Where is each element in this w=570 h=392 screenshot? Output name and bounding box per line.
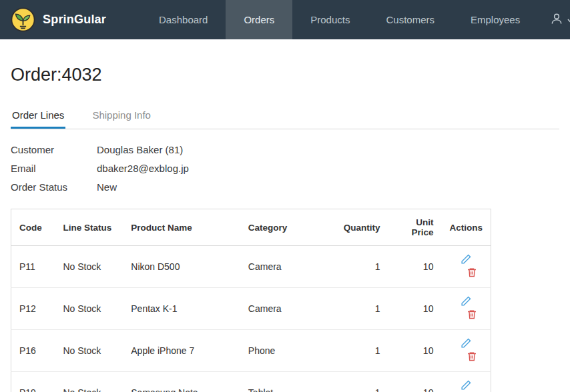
cell-product-name: Nikon D500 xyxy=(123,246,240,288)
cell-category: Tablet xyxy=(240,372,334,392)
edit-icon xyxy=(461,337,472,351)
nav-item-dashboard[interactable]: Dashboard xyxy=(141,0,226,39)
cell-line-status: No Stock xyxy=(55,246,123,288)
table-row: P12 No Stock Pentax K-1 Camera 1 10 xyxy=(11,288,491,330)
delete-icon xyxy=(467,309,477,322)
email-label: Email xyxy=(11,163,97,174)
cell-line-status: No Stock xyxy=(55,288,123,330)
header-product-name: Product Name xyxy=(123,209,240,246)
edit-icon xyxy=(461,295,472,309)
user-menu[interactable] xyxy=(538,0,570,39)
logo-icon xyxy=(11,7,35,32)
nav-item-employees[interactable]: Employees xyxy=(453,0,538,39)
cell-quantity: 1 xyxy=(334,372,388,392)
cell-category: Camera xyxy=(240,246,334,288)
cell-product-name: Samasung Note xyxy=(123,372,240,392)
cell-quantity: 1 xyxy=(334,246,388,288)
cell-code: P16 xyxy=(11,330,55,372)
cell-unit-price: 10 xyxy=(388,330,442,372)
email-value: dbaker28@exblog.jp xyxy=(97,163,189,174)
edit-button[interactable] xyxy=(461,337,472,351)
header-category: Category xyxy=(240,209,334,246)
header-code: Code xyxy=(11,209,55,246)
cell-product-name: Pentax K-1 xyxy=(123,288,240,330)
detail-row-customer: Customer Douglas Baker (81) xyxy=(11,144,559,155)
chevron-down-icon xyxy=(567,14,570,26)
cell-category: Phone xyxy=(240,330,334,372)
tab-order-lines[interactable]: Order Lines xyxy=(11,103,65,129)
order-status-value: New xyxy=(97,181,117,193)
edit-icon xyxy=(461,253,472,267)
main-nav: Dashboard Orders Products Customers Empl… xyxy=(141,0,538,39)
cell-unit-price: 10 xyxy=(388,288,442,330)
main-content: Order:4032 Order Lines Shipping Info Cus… xyxy=(0,65,570,392)
nav-item-customers[interactable]: Customers xyxy=(368,0,453,39)
header-unit-price: Unit Price xyxy=(388,209,442,246)
cell-category: Camera xyxy=(240,288,334,330)
delete-icon xyxy=(467,351,477,364)
delete-button[interactable] xyxy=(467,351,477,364)
brand-name: SprinGular xyxy=(43,13,106,27)
customer-label: Customer xyxy=(11,144,97,155)
edit-button[interactable] xyxy=(461,379,472,392)
cell-line-status: No Stock xyxy=(55,330,123,372)
order-status-label: Order Status xyxy=(11,181,97,193)
nav-item-orders[interactable]: Orders xyxy=(226,0,292,39)
cell-quantity: 1 xyxy=(334,330,388,372)
navbar: SprinGular Dashboard Orders Products Cus… xyxy=(0,0,570,39)
brand[interactable]: SprinGular xyxy=(0,0,121,39)
cell-code: P19 xyxy=(11,372,55,392)
table-row: P16 No Stock Apple iPhone 7 Phone 1 10 xyxy=(11,330,491,372)
header-actions: Actions xyxy=(441,209,491,246)
cell-product-name: Apple iPhone 7 xyxy=(123,330,240,372)
nav-item-products[interactable]: Products xyxy=(292,0,368,39)
edit-button[interactable] xyxy=(461,253,472,267)
edit-button[interactable] xyxy=(461,295,472,309)
page-title: Order:4032 xyxy=(11,65,559,85)
delete-button[interactable] xyxy=(467,267,477,280)
tab-bar: Order Lines Shipping Info xyxy=(11,103,559,129)
delete-button[interactable] xyxy=(467,309,477,322)
customer-value: Douglas Baker (81) xyxy=(97,144,183,155)
order-details: Customer Douglas Baker (81) Email dbaker… xyxy=(11,144,559,193)
table-row: P19 No Stock Samasung Note Tablet 1 10 xyxy=(11,372,491,392)
page: SprinGular Dashboard Orders Products Cus… xyxy=(0,0,570,392)
delete-icon xyxy=(467,267,477,280)
table-header-row: Code Line Status Product Name Category Q… xyxy=(11,209,491,246)
cell-line-status: No Stock xyxy=(55,372,123,392)
detail-row-order-status: Order Status New xyxy=(11,181,559,193)
cell-unit-price: 10 xyxy=(388,372,442,392)
cell-quantity: 1 xyxy=(334,288,388,330)
cell-unit-price: 10 xyxy=(388,246,442,288)
order-lines-table: Code Line Status Product Name Category Q… xyxy=(11,209,491,392)
user-icon xyxy=(550,12,563,28)
header-line-status: Line Status xyxy=(55,209,123,246)
cell-code: P11 xyxy=(11,246,55,288)
cell-code: P12 xyxy=(11,288,55,330)
tab-shipping-info[interactable]: Shipping Info xyxy=(91,103,152,129)
header-quantity: Quantity xyxy=(334,209,388,246)
detail-row-email: Email dbaker28@exblog.jp xyxy=(11,163,559,174)
table-row: P11 No Stock Nikon D500 Camera 1 10 xyxy=(11,246,491,288)
edit-icon xyxy=(461,379,472,392)
